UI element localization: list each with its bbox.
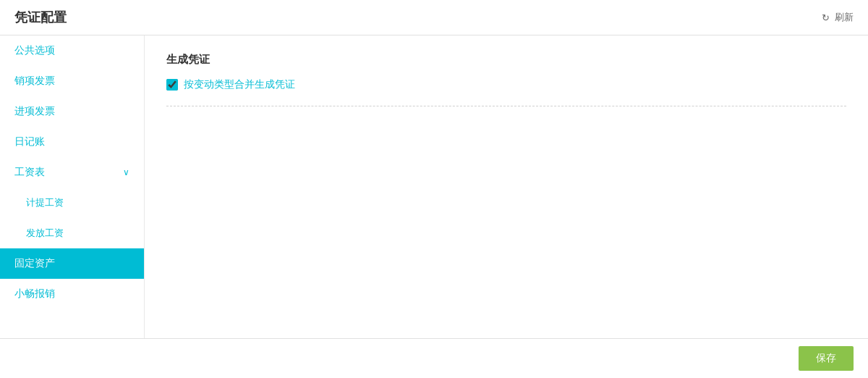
sidebar-item-expense-report[interactable]: 小畅报销 — [0, 279, 144, 309]
save-button[interactable]: 保存 — [799, 346, 854, 371]
merge-voucher-checkbox[interactable] — [166, 79, 178, 91]
sidebar-item-journal[interactable]: 日记账 — [0, 127, 144, 157]
sidebar-item-fixed-assets[interactable]: 固定资产 — [0, 248, 144, 279]
refresh-icon: ↻ — [822, 12, 832, 22]
page-title: 凭证配置 — [14, 9, 67, 26]
main-content: 公共选项销项发票进项发票日记账工资表∨计提工资发放工资固定资产小畅报销 生成凭证… — [0, 35, 868, 338]
sidebar-item-payroll-table[interactable]: 工资表∨ — [0, 157, 144, 188]
sidebar-item-pay-wages[interactable]: 发放工资 — [0, 218, 144, 248]
sidebar-item-label: 计提工资 — [26, 196, 64, 209]
header: 凭证配置 ↻ 刷新 — [0, 0, 868, 35]
section-title: 生成凭证 — [166, 53, 846, 67]
sidebar-item-sales-invoice[interactable]: 销项发票 — [0, 66, 144, 96]
sidebar-item-label: 公共选项 — [14, 44, 55, 57]
sidebar-item-label: 进项发票 — [14, 105, 55, 118]
sidebar-item-label: 销项发票 — [14, 75, 55, 88]
refresh-label: 刷新 — [835, 11, 854, 24]
checkbox-row: 按变动类型合并生成凭证 — [166, 78, 846, 91]
sidebar-item-label: 发放工资 — [26, 227, 64, 240]
sidebar-item-purchase-invoice[interactable]: 进项发票 — [0, 96, 144, 127]
sidebar-item-label: 工资表 — [14, 166, 45, 179]
sidebar-item-public-options[interactable]: 公共选项 — [0, 35, 144, 66]
sidebar-item-label: 固定资产 — [14, 257, 55, 270]
merge-voucher-label[interactable]: 按变动类型合并生成凭证 — [184, 78, 295, 91]
page-container: 凭证配置 ↻ 刷新 公共选项销项发票进项发票日记账工资表∨计提工资发放工资固定资… — [0, 0, 868, 378]
chevron-down-icon: ∨ — [123, 167, 129, 177]
sidebar-item-label: 小畅报销 — [14, 287, 55, 301]
divider — [166, 106, 846, 106]
sidebar-item-label: 日记账 — [14, 135, 45, 148]
refresh-button[interactable]: ↻ 刷新 — [822, 11, 854, 24]
content-area: 生成凭证 按变动类型合并生成凭证 — [145, 35, 868, 338]
sidebar-item-accrued-wages[interactable]: 计提工资 — [0, 188, 144, 218]
sidebar: 公共选项销项发票进项发票日记账工资表∨计提工资发放工资固定资产小畅报销 — [0, 35, 145, 338]
footer: 保存 — [0, 338, 868, 378]
